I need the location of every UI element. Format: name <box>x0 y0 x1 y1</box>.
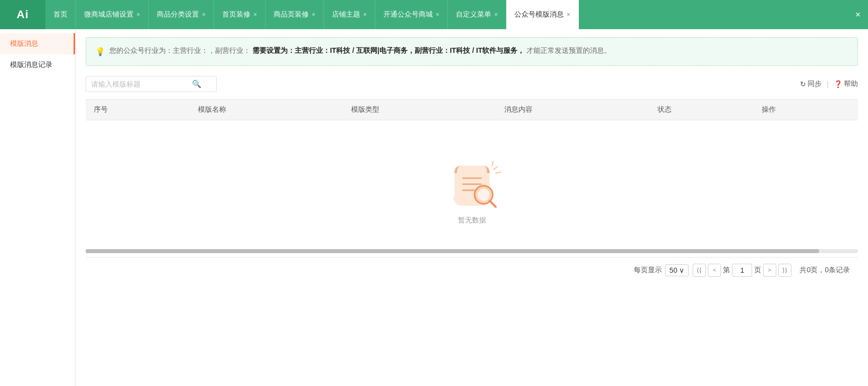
page-size-value: 50 <box>670 266 678 274</box>
nav-tab-open-shop[interactable]: 开通公众号商城× <box>375 0 448 29</box>
close-tab-icon[interactable]: × <box>202 11 206 18</box>
notice-text: 您的公众号行业为：主营行业：，副营行业： 需要设置为：主营行业：IT科技 / 互… <box>109 45 611 56</box>
last-page-button[interactable]: ⟩⟩ <box>778 264 791 277</box>
empty-state-cell: 暂无数据 <box>86 120 858 245</box>
prev-page-button[interactable]: ＜ <box>708 264 721 277</box>
search-input-wrap[interactable]: 🔍 <box>86 76 217 92</box>
table-header-row: 序号模版名称模版类型消息内容状态操作 <box>86 99 858 120</box>
top-nav: Ai 首页微商城店铺设置×商品分类设置×首页装修×商品页装修×店铺主题×开通公众… <box>0 0 868 29</box>
empty-text: 暂无数据 <box>458 216 486 225</box>
notice-banner: 💡 您的公众号行业为：主营行业：，副营行业： 需要设置为：主营行业：IT科技 /… <box>86 37 858 66</box>
nav-tab-category-settings[interactable]: 商品分类设置× <box>149 0 214 29</box>
close-tab-icon[interactable]: × <box>363 11 367 18</box>
close-tab-icon[interactable]: × <box>494 11 498 18</box>
nav-tab-custom-menu[interactable]: 自定义菜单× <box>448 0 506 29</box>
search-input[interactable] <box>91 80 192 88</box>
search-bar: 🔍 ↻ 同步 | ❓ 帮助 <box>86 76 858 92</box>
nav-tab-label: 商品分类设置 <box>157 10 199 19</box>
table-header: 序号模版名称模版类型消息内容状态操作 <box>86 99 858 120</box>
close-tab-icon[interactable]: × <box>137 11 140 18</box>
toolbar-right: ↻ 同步 | ❓ 帮助 <box>800 80 858 89</box>
nav-tab-product-decor[interactable]: 商品页装修× <box>265 0 324 29</box>
svg-line-6 <box>490 201 496 207</box>
page-size-dropdown[interactable]: 50 ∨ <box>665 264 689 276</box>
logo: Ai <box>0 0 45 29</box>
sidebar-item-template-record[interactable]: 模版消息记录 <box>0 54 75 75</box>
main-layout: 模版消息模版消息记录 💡 您的公众号行业为：主营行业：，副营行业： 需要设置为：… <box>0 29 868 386</box>
nav-tab-shop-settings[interactable]: 微商城店铺设置× <box>76 0 149 29</box>
page-number-input[interactable] <box>732 264 752 277</box>
close-tab-icon[interactable]: × <box>253 11 257 18</box>
nav-tab-label: 开通公众号商城 <box>383 10 433 19</box>
empty-state: 暂无数据 <box>86 120 858 245</box>
col-header-content: 消息内容 <box>496 99 649 120</box>
nav-tab-template-msg[interactable]: 公众号模版消息× <box>506 0 579 29</box>
pagination-bar: 每页显示 50 ∨ ⟨⟨ ＜ 第 页 ＞ ⟩⟩ 共0页，0条记录 <box>86 257 858 277</box>
svg-line-7 <box>494 167 497 170</box>
content-area: 💡 您的公众号行业为：主营行业：，副营行业： 需要设置为：主营行业：IT科技 /… <box>76 29 868 386</box>
refresh-icon: ↻ <box>800 80 806 88</box>
help-icon: ❓ <box>834 80 842 88</box>
col-header-name: 模版名称 <box>190 99 343 120</box>
nav-tab-label: 首页装修 <box>222 10 250 19</box>
scrollbar-thumb[interactable] <box>86 249 819 253</box>
close-tab-icon[interactable]: × <box>312 11 315 18</box>
nav-tab-label: 店铺主题 <box>332 10 360 19</box>
col-header-action: 操作 <box>754 99 858 120</box>
svg-line-9 <box>492 162 493 166</box>
col-header-status: 状态 <box>649 99 754 120</box>
nav-tabs: 首页微商城店铺设置×商品分类设置×首页装修×商品页装修×店铺主题×开通公众号商城… <box>45 0 848 29</box>
nav-tab-label: 微商城店铺设置 <box>84 10 133 19</box>
sidebar: 模版消息模版消息记录 <box>0 29 76 386</box>
page-nav: ⟨⟨ ＜ 第 页 ＞ ⟩⟩ <box>693 264 791 277</box>
nav-tab-label: 首页 <box>53 10 68 19</box>
close-tab-icon[interactable]: × <box>436 11 439 18</box>
table-body: 暂无数据 <box>86 120 858 245</box>
nav-tab-label: 商品页装修 <box>274 10 309 19</box>
svg-point-5 <box>478 189 490 201</box>
empty-state-row: 暂无数据 <box>86 120 858 245</box>
data-table: 序号模版名称模版类型消息内容状态操作 <box>86 99 858 245</box>
sync-label: 同步 <box>808 80 822 89</box>
nav-tab-home-decor[interactable]: 首页装修× <box>214 0 265 29</box>
notice-highlight: 需要设置为：主营行业：IT科技 / 互联网|电子商务，副营行业：IT科技 / I… <box>252 46 525 54</box>
nav-tab-label: 公众号模版消息 <box>514 10 564 19</box>
page-size-select: 每页显示 50 ∨ <box>634 264 689 276</box>
bulb-icon: 💡 <box>95 45 105 58</box>
nav-tab-label: 自定义菜单 <box>456 10 491 19</box>
page-label: 第 <box>723 266 730 275</box>
search-icon[interactable]: 🔍 <box>192 80 202 89</box>
empty-illustration <box>439 150 505 216</box>
col-header-seq: 序号 <box>86 99 190 120</box>
first-page-button[interactable]: ⟨⟨ <box>693 264 706 277</box>
close-tab-icon[interactable]: × <box>567 11 570 18</box>
nav-tab-shop-theme[interactable]: 店铺主题× <box>324 0 375 29</box>
divider: | <box>827 80 829 88</box>
close-all-tabs-button[interactable]: × <box>848 0 868 29</box>
sidebar-item-template-msg[interactable]: 模版消息 <box>0 33 75 54</box>
nav-tab-home[interactable]: 首页 <box>45 0 76 29</box>
page-size-label: 每页显示 <box>634 266 662 275</box>
scrollbar-track[interactable] <box>86 249 858 253</box>
logo-text: Ai <box>17 8 29 21</box>
page-unit: 页 <box>754 266 761 275</box>
next-page-button[interactable]: ＞ <box>763 264 776 277</box>
chevron-down-icon: ∨ <box>679 266 684 274</box>
page-total: 共0页，0条记录 <box>799 266 850 275</box>
svg-line-8 <box>496 172 501 173</box>
help-button[interactable]: ❓ 帮助 <box>834 80 858 89</box>
col-header-type: 模版类型 <box>343 99 496 120</box>
sync-button[interactable]: ↻ 同步 <box>800 80 822 89</box>
help-label: 帮助 <box>844 80 858 89</box>
